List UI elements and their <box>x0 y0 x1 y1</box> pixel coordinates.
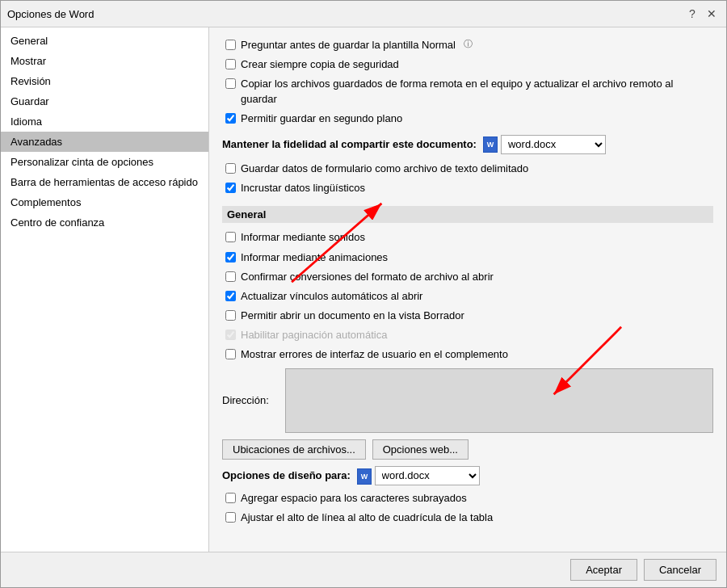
sidebar-item-centro-de-confianza[interactable]: Centro de confianza <box>1 212 208 233</box>
option-row-opt1: Preguntar antes de guardar la plantilla … <box>222 36 713 55</box>
help-button[interactable]: ? <box>684 6 700 22</box>
fidelity-label-opt5: Guardar datos de formulario como archivo… <box>241 162 528 176</box>
general-label-g7: Mostrar errores de interfaz de usuario e… <box>241 347 508 362</box>
general-option-row-g7: Mostrar errores de interfaz de usuario e… <box>222 345 713 364</box>
general-option-row-g2: Informar mediante animaciones <box>222 248 713 267</box>
general-checkbox-g5[interactable] <box>225 310 236 321</box>
general-checkbox-g6 <box>225 330 236 340</box>
sidebar-item-general[interactable]: General <box>1 31 208 51</box>
sidebar-item-personalizar-cinta-d[interactable]: Personalizar cinta de opciones <box>1 152 208 172</box>
sidebar-item-barra-de-herramienta[interactable]: Barra de herramientas de acceso rápido <box>1 172 208 192</box>
option-row-opt2: Crear siempre copia de seguridad <box>222 55 713 74</box>
sidebar: GeneralMostrarRevisiónGuardarIdiomaAvanz… <box>1 27 209 552</box>
general-options-container: Informar mediante sonidosInformar median… <box>222 228 713 364</box>
opciones-web-button[interactable]: Opciones web... <box>372 439 469 460</box>
label-opt1: Preguntar antes de guardar la plantilla … <box>241 38 456 52</box>
fidelity-option-row-opt6: Incrustar datos lingüísticos <box>222 178 713 198</box>
cancel-button[interactable]: Cancelar <box>644 559 716 581</box>
general-label-g1: Informar mediante sonidos <box>241 230 365 245</box>
design-label: Opciones de diseño para: <box>222 469 351 481</box>
design-doc-icon: W <box>357 468 372 485</box>
fidelity-checkbox-opt6[interactable] <box>225 183 236 193</box>
design-options-container: Agregar espacio para los caracteres subr… <box>222 489 713 527</box>
general-checkbox-g7[interactable] <box>225 349 236 359</box>
fidelity-doc-select: W word.docx <box>483 135 606 154</box>
fidelity-row: Mantener la fidelidad al compartir este … <box>222 135 713 154</box>
general-label-g6: Habilitar paginación automática <box>241 328 387 342</box>
checkbox-opt3[interactable] <box>225 78 236 89</box>
accept-button[interactable]: Aceptar <box>570 559 637 581</box>
label-opt2: Crear siempre copia de seguridad <box>241 57 399 72</box>
option-row-opt4: Permitir guardar en segundo plano <box>222 109 713 128</box>
general-option-row-g3: Confirmar conversiones del formato de ar… <box>222 267 713 287</box>
dialog-title: Opciones de Word <box>7 8 94 20</box>
general-option-row-g5: Permitir abrir un documento en la vista … <box>222 306 713 326</box>
fidelity-option-row-opt5: Guardar datos de formulario como archivo… <box>222 159 713 178</box>
fidelity-select[interactable]: word.docx <box>501 135 606 154</box>
general-label-g3: Confirmar conversiones del formato de ar… <box>241 270 494 284</box>
ubicaciones-button[interactable]: Ubicaciones de archivos... <box>222 439 366 460</box>
title-bar: Opciones de Word ? ✕ <box>1 1 726 27</box>
design-label-d2: Ajustar el alto de línea al alto de cuad… <box>241 510 493 525</box>
general-checkbox-g3[interactable] <box>225 271 236 282</box>
design-doc-select: W word.docx <box>357 466 480 485</box>
top-options-container: Preguntar antes de guardar la plantilla … <box>222 36 713 128</box>
sidebar-item-revisión[interactable]: Revisión <box>1 71 208 91</box>
sidebar-item-idioma[interactable]: Idioma <box>1 111 208 132</box>
close-button[interactable]: ✕ <box>704 6 720 22</box>
design-checkbox-d1[interactable] <box>225 493 236 503</box>
option-row-opt3: Copiar los archivos guardados de forma r… <box>222 74 713 108</box>
checkbox-opt2[interactable] <box>225 59 236 69</box>
bottom-bar: Aceptar Cancelar <box>1 552 726 587</box>
general-label-g4: Actualizar vínculos automáticos al abrir <box>241 289 422 304</box>
doc-icon: W <box>483 136 498 153</box>
direccion-input[interactable] <box>285 368 713 433</box>
general-checkbox-g4[interactable] <box>225 291 236 301</box>
direccion-row: Dirección: <box>222 368 713 433</box>
general-checkbox-g2[interactable] <box>225 252 236 262</box>
general-label-g2: Informar mediante animaciones <box>241 250 388 265</box>
checkbox-opt4[interactable] <box>225 113 236 124</box>
main-content: Preguntar antes de guardar la plantilla … <box>209 27 726 552</box>
fidelity-label: Mantener la fidelidad al compartir este … <box>222 138 477 150</box>
design-checkbox-d2[interactable] <box>225 512 236 523</box>
design-row: Opciones de diseño para: W word.docx <box>222 466 713 485</box>
general-option-row-g6: Habilitar paginación automática <box>222 326 713 345</box>
general-checkbox-g1[interactable] <box>225 232 236 242</box>
design-option-row-d1: Agregar espacio para los caracteres subr… <box>222 489 713 508</box>
sidebar-item-guardar[interactable]: Guardar <box>1 91 208 111</box>
sidebar-item-complementos[interactable]: Complementos <box>1 192 208 212</box>
title-bar-controls: ? ✕ <box>684 6 720 22</box>
direccion-label: Dirección: <box>222 394 279 406</box>
design-option-row-d2: Ajustar el alto de línea al alto de cuad… <box>222 508 713 527</box>
dialog-body: GeneralMostrarRevisiónGuardarIdiomaAvanz… <box>1 27 726 552</box>
design-select[interactable]: word.docx <box>375 466 480 485</box>
design-label-d1: Agregar espacio para los caracteres subr… <box>241 491 467 506</box>
sidebar-item-avanzadas[interactable]: Avanzadas <box>1 132 208 152</box>
label-opt3: Copiar los archivos guardados de forma r… <box>241 77 710 106</box>
general-section-header: General <box>222 206 713 223</box>
info-icon-opt1: ⓘ <box>464 38 473 50</box>
dialog-window: Opciones de Word ? ✕ GeneralMostrarRevis… <box>0 0 727 588</box>
fidelity-label-opt6: Incrustar datos lingüísticos <box>241 181 365 195</box>
fidelity-options-container: Guardar datos de formulario como archivo… <box>222 159 713 198</box>
fidelity-checkbox-opt5[interactable] <box>225 163 236 174</box>
label-opt4: Permitir guardar en segundo plano <box>241 111 402 126</box>
general-option-row-g4: Actualizar vínculos automáticos al abrir <box>222 287 713 306</box>
general-label-g5: Permitir abrir un documento en la vista … <box>241 309 464 323</box>
sidebar-item-mostrar[interactable]: Mostrar <box>1 51 208 71</box>
checkbox-opt1[interactable] <box>225 40 236 50</box>
buttons-row: Ubicaciones de archivos... Opciones web.… <box>222 439 713 460</box>
general-option-row-g1: Informar mediante sonidos <box>222 228 713 247</box>
